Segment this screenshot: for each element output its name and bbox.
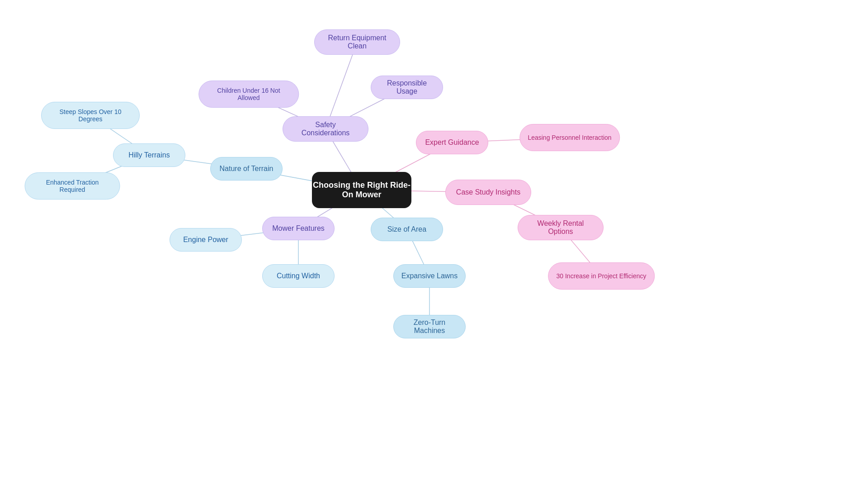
node-return-clean: Return Equipment Clean xyxy=(314,29,400,55)
node-mower-features: Mower Features xyxy=(262,217,335,240)
node-weekly: Weekly Rental Options xyxy=(518,215,604,240)
node-steep: Steep Slopes Over 10 Degrees xyxy=(41,102,140,129)
node-expansive: Expansive Lawns xyxy=(393,264,466,288)
node-safety: Safety Considerations xyxy=(283,116,368,142)
node-zero-turn: Zero-Turn Machines xyxy=(393,315,466,338)
node-children: Children Under 16 Not Allowed xyxy=(198,81,299,108)
node-traction: Enhanced Traction Required xyxy=(25,172,120,200)
node-leasing: Leasing Personnel Interaction xyxy=(519,124,620,151)
center-node: Choosing the Right Ride-On Mower xyxy=(312,172,411,208)
mindmap-container: Choosing the Right Ride-On MowerSafety C… xyxy=(0,0,868,490)
node-expert: Expert Guidance xyxy=(416,131,488,154)
node-engine: Engine Power xyxy=(170,228,242,252)
node-case-study: Case Study Insights xyxy=(445,180,531,205)
node-cutting: Cutting Width xyxy=(262,264,335,288)
connections-svg xyxy=(0,0,868,490)
node-size-area: Size of Area xyxy=(371,218,443,241)
node-responsible: Responsible Usage xyxy=(371,76,443,99)
node-efficiency: 30 Increase in Project Efficiency xyxy=(548,262,655,290)
node-terrain: Nature of Terrain xyxy=(210,157,283,181)
node-hilly: Hilly Terrains xyxy=(113,143,185,167)
